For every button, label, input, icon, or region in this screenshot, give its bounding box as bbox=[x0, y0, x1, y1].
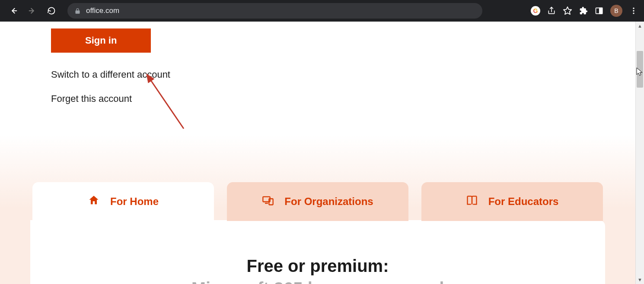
scroll-down-button[interactable]: ▼ bbox=[636, 275, 644, 284]
scroll-up-button[interactable]: ▲ bbox=[636, 22, 644, 30]
tab-home[interactable]: For Home bbox=[32, 182, 214, 221]
svg-marker-3 bbox=[564, 7, 571, 14]
tab-educators[interactable]: For Educators bbox=[421, 182, 603, 221]
share-icon[interactable] bbox=[547, 6, 556, 15]
forward-button[interactable] bbox=[25, 3, 40, 18]
svg-point-6 bbox=[633, 8, 634, 9]
tab-home-label: For Home bbox=[110, 196, 159, 208]
tab-organizations[interactable]: For Organizations bbox=[227, 182, 408, 221]
google-icon[interactable]: G bbox=[531, 6, 540, 16]
switch-account-link[interactable]: Switch to a different account bbox=[51, 69, 635, 80]
panel-icon[interactable] bbox=[595, 6, 603, 15]
book-icon bbox=[466, 194, 478, 209]
forget-account-link[interactable]: Forget this account bbox=[51, 93, 635, 104]
profile-letter: B bbox=[614, 7, 618, 14]
svg-point-8 bbox=[633, 13, 634, 14]
browser-toolbar: office.com G B bbox=[0, 0, 644, 22]
svg-point-7 bbox=[633, 10, 634, 11]
scroll-thumb[interactable] bbox=[637, 51, 643, 88]
devices-icon bbox=[262, 194, 274, 209]
bookmark-star-icon[interactable] bbox=[563, 6, 572, 16]
tab-org-label: For Organizations bbox=[284, 196, 373, 208]
extensions-icon[interactable] bbox=[579, 6, 588, 15]
profile-avatar[interactable]: B bbox=[610, 5, 622, 17]
home-icon bbox=[88, 194, 100, 209]
page-viewport: Sign in Switch to a different account Fo… bbox=[0, 22, 635, 284]
tab-edu-label: For Educators bbox=[488, 196, 559, 208]
address-bar[interactable]: office.com bbox=[67, 3, 482, 19]
back-button[interactable] bbox=[6, 3, 21, 18]
tab-content: Free or premium: Microsoft 365 has you c… bbox=[30, 220, 605, 284]
signin-section: Sign in Switch to a different account Fo… bbox=[0, 22, 635, 135]
menu-dots-icon[interactable] bbox=[629, 6, 638, 15]
reload-button[interactable] bbox=[44, 3, 59, 18]
headline-1: Free or premium: bbox=[39, 255, 596, 277]
headline-2: Microsoft 365 has you covered bbox=[39, 277, 596, 284]
vertical-scrollbar[interactable]: ▲ ▼ bbox=[635, 22, 644, 284]
url-text: office.com bbox=[86, 6, 119, 15]
lock-icon bbox=[74, 8, 81, 14]
signin-button[interactable]: Sign in bbox=[51, 28, 151, 53]
toolbar-right: G B bbox=[531, 5, 638, 17]
plans-section: For Home For Organizations For Educators… bbox=[0, 135, 635, 284]
svg-rect-5 bbox=[599, 8, 603, 13]
plan-tabs: For Home For Organizations For Educators bbox=[30, 182, 605, 221]
